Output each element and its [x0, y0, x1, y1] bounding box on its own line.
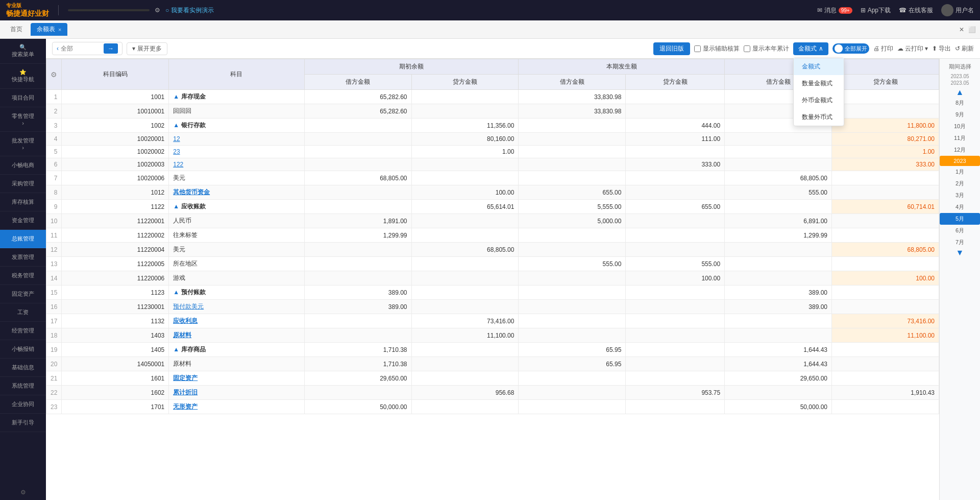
- period-up-nav[interactable]: ▲: [956, 88, 964, 97]
- amount-cell: [304, 118, 411, 133]
- period-down-nav[interactable]: ▼: [956, 248, 964, 257]
- amount-cell: [519, 133, 626, 146]
- style-qty-foreign-item[interactable]: 数量外币式: [794, 109, 844, 126]
- row-num-cell: 7: [46, 171, 62, 185]
- expand-icon[interactable]: ▲: [173, 346, 179, 353]
- period-6[interactable]: 6月: [940, 225, 980, 236]
- sidebar-item-purchase[interactable]: 采购管理: [0, 175, 46, 193]
- account-name-cell[interactable]: 固定资产: [169, 371, 304, 386]
- table-row: 1211220004美元68,805.0068,805.00: [46, 243, 939, 257]
- online-service-btn[interactable]: ☎ 在线客服: [899, 6, 933, 15]
- expand-all-toggle[interactable]: 全部展开: [832, 43, 869, 54]
- expand-more-btn[interactable]: ▾ 展开更多: [127, 42, 167, 55]
- amount-style-btn[interactable]: 金额式 ∧: [793, 42, 828, 55]
- sidebar-item-payroll[interactable]: 工资: [0, 303, 46, 322]
- sidebar-item-ledger[interactable]: 总账管理: [0, 230, 46, 248]
- search-bar[interactable]: [68, 9, 150, 11]
- sidebar-settings[interactable]: ⚙: [0, 485, 46, 500]
- amount-cell: 555.00: [626, 257, 725, 271]
- account-name-cell: ▲预付账款: [169, 285, 304, 300]
- retro-version-btn[interactable]: 退回旧版: [653, 42, 690, 55]
- refresh-btn[interactable]: ↺ 刷新: [955, 44, 974, 53]
- amount-cell: [411, 300, 519, 314]
- col-settings[interactable]: ⚙: [46, 59, 62, 90]
- search-area[interactable]: ‹ →: [52, 42, 122, 55]
- period-12[interactable]: 12月: [940, 144, 980, 156]
- search-forward-btn[interactable]: →: [104, 43, 118, 54]
- user-avatar[interactable]: 用户名: [941, 4, 974, 16]
- expand-icon[interactable]: ▲: [173, 93, 179, 100]
- search-back-icon[interactable]: ‹: [57, 45, 59, 52]
- settings-icon[interactable]: ⚙: [155, 7, 160, 14]
- period-3[interactable]: 3月: [940, 189, 980, 201]
- period-11[interactable]: 11月: [940, 132, 980, 144]
- ytd-check[interactable]: [744, 45, 750, 52]
- amount-cell: 65,282.60: [304, 90, 411, 104]
- sidebar-item-ecommerce[interactable]: 小畅电商: [0, 156, 46, 175]
- period-1[interactable]: 1月: [940, 166, 980, 178]
- period-8[interactable]: 8月: [940, 97, 980, 109]
- tab-balance[interactable]: 余额表 ×: [31, 23, 67, 36]
- sidebar-item-guide[interactable]: 新手引导: [0, 414, 46, 432]
- expand-icon[interactable]: ▲: [173, 289, 179, 296]
- sidebar-item-system[interactable]: 系统管理: [0, 377, 46, 395]
- sidebar-item-search[interactable]: 🔍 搜索菜单: [0, 39, 46, 64]
- style-qty-amount-item[interactable]: 数量金额式: [794, 75, 844, 92]
- expand-icon[interactable]: ▲: [173, 203, 179, 210]
- period-10[interactable]: 10月: [940, 121, 980, 132]
- search-input[interactable]: [61, 45, 102, 52]
- account-name-cell[interactable]: 其他货币资金: [169, 185, 304, 200]
- account-name-cell[interactable]: 原材料: [169, 328, 304, 343]
- print-btn[interactable]: 🖨 打印: [873, 44, 893, 53]
- app-download-btn[interactable]: ⊞ App下载: [861, 6, 891, 15]
- period-5[interactable]: 5月: [940, 213, 980, 225]
- sidebar-item-expense[interactable]: 小畅报销: [0, 340, 46, 359]
- auxiliary-check[interactable]: [694, 45, 701, 52]
- cloud-print-btn[interactable]: ☁ 云打印 ▾: [897, 44, 928, 53]
- window-expand-btn[interactable]: ⬜: [968, 26, 976, 33]
- account-name-cell[interactable]: 23: [169, 146, 304, 158]
- sidebar-item-tax[interactable]: 税务管理: [0, 267, 46, 285]
- period-panel-title: 期间选择: [949, 63, 971, 70]
- period-2023-label[interactable]: 2023: [940, 156, 980, 166]
- period-7[interactable]: 7月: [940, 236, 980, 248]
- account-name-cell[interactable]: 应收利息: [169, 314, 304, 328]
- cloud-print-icon: ☁: [897, 45, 903, 52]
- sidebar-item-project[interactable]: 项目合同: [0, 89, 46, 107]
- sidebar-item-basic-info[interactable]: 基础信息: [0, 359, 46, 377]
- tab-close-icon[interactable]: ×: [58, 27, 61, 33]
- account-name-cell: ▲银行存款: [169, 118, 304, 133]
- sidebar-item-nav[interactable]: ⭐ 快捷导航: [0, 64, 46, 89]
- demo-link[interactable]: ○ 我要看实例演示: [165, 6, 214, 15]
- sidebar-item-inventory[interactable]: 库存核算: [0, 193, 46, 211]
- period-4[interactable]: 4月: [940, 201, 980, 213]
- message-btn[interactable]: ✉ 消息 99+: [817, 6, 852, 15]
- show-ytd-checkbox[interactable]: 显示本年累计: [744, 44, 789, 53]
- tab-home[interactable]: 首页: [4, 23, 29, 36]
- sidebar-item-operations[interactable]: 经营管理: [0, 322, 46, 340]
- account-name-cell[interactable]: 无形资产: [169, 400, 304, 414]
- sidebar: 🔍 搜索菜单 ⭐ 快捷导航 项目合同 零售管理 › 批发管理 › 小畅电商 采购…: [0, 39, 46, 500]
- window-close-btn[interactable]: ✕: [959, 26, 964, 33]
- sidebar-item-invoice[interactable]: 发票管理: [0, 248, 46, 267]
- show-auxiliary-checkbox[interactable]: 显示辅助核算: [694, 44, 740, 53]
- amount-cell: [725, 133, 832, 146]
- account-name-cell[interactable]: 12: [169, 133, 304, 146]
- sidebar-item-fixed-assets[interactable]: 固定资产: [0, 285, 46, 303]
- period-2[interactable]: 2月: [940, 178, 980, 189]
- account-name-cell[interactable]: 累计折旧: [169, 386, 304, 400]
- style-amount-item[interactable]: 金额式: [794, 58, 844, 75]
- sidebar-item-cooperation[interactable]: 企业协同: [0, 395, 46, 414]
- export-btn[interactable]: ⬆ 导出: [932, 44, 951, 53]
- account-name-cell[interactable]: 预付款美元: [169, 300, 304, 314]
- sidebar-item-capital[interactable]: 资金管理: [0, 211, 46, 230]
- period-9[interactable]: 9月: [940, 109, 980, 121]
- column-settings-icon[interactable]: ⚙: [51, 70, 57, 79]
- table-row: 181403原材料11,100.0011,100.00: [46, 328, 939, 343]
- sidebar-item-retail[interactable]: 零售管理 ›: [0, 107, 46, 132]
- account-name-cell[interactable]: 122: [169, 158, 304, 171]
- sidebar-item-wholesale[interactable]: 批发管理 ›: [0, 132, 46, 156]
- style-foreign-amount-item[interactable]: 外币金额式: [794, 92, 844, 109]
- expand-icon[interactable]: ▲: [173, 122, 179, 129]
- amount-cell: [519, 285, 626, 300]
